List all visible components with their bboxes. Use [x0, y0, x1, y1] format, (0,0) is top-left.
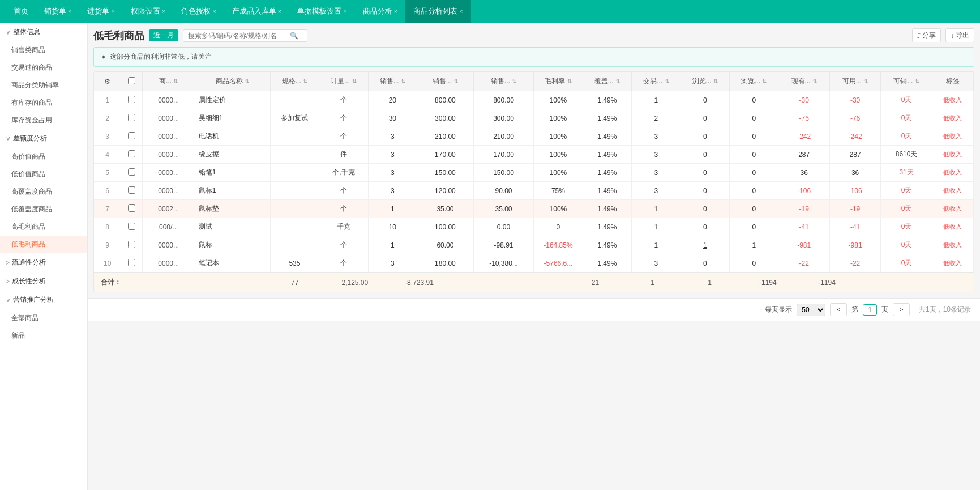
th-browse1[interactable]: 浏览... ⇅ — [681, 72, 729, 91]
row-checkbox[interactable] — [128, 96, 135, 103]
cell-check[interactable] — [121, 109, 142, 127]
sidebar-item-低价值商品[interactable]: 低价值商品 — [0, 165, 87, 183]
row-checkbox[interactable] — [128, 186, 135, 194]
top-navigation: 首页销货单 ×进货单 ×权限设置 ×角色授权 ×产成品入库单 ×单据模板设置 ×… — [0, 0, 980, 23]
nav-item-product-analysis[interactable]: 商品分析 × — [355, 0, 405, 23]
row-checkbox[interactable] — [128, 259, 135, 266]
cell-current: 36 — [778, 164, 829, 182]
nav-item-roles[interactable]: 角色授权 × — [173, 0, 224, 23]
nav-close-product-analysis[interactable]: × — [394, 8, 397, 15]
sidebar-item-交易过的商品[interactable]: 交易过的商品 — [0, 59, 87, 76]
nav-item-permissions[interactable]: 权限设置 × — [123, 0, 173, 23]
th-sales-profit[interactable]: 销售... ⇅ — [473, 72, 533, 91]
row-checkbox[interactable] — [128, 223, 135, 230]
nav-item-purchase[interactable]: 进货单 × — [79, 0, 122, 23]
cell-check[interactable] — [121, 254, 142, 272]
sidebar-item-低毛利商品[interactable]: 低毛利商品 — [0, 236, 87, 253]
nav-item-product-analysis-list[interactable]: 商品分析列表 × — [405, 0, 470, 23]
th-sales-qty[interactable]: 销售... ⇅ — [368, 72, 417, 91]
sidebar-group-流通性分析[interactable]: >流通性分析 — [0, 253, 87, 272]
cell-sales3: 170.00 — [473, 146, 533, 164]
th-trade[interactable]: 交易... ⇅ — [632, 72, 681, 91]
footer-current: -1194 — [748, 279, 787, 287]
nav-close-purchase[interactable]: × — [111, 8, 114, 15]
th-settings[interactable]: ⚙ — [94, 72, 121, 91]
th-browse2[interactable]: 浏览... ⇅ — [730, 72, 778, 91]
cell-check[interactable] — [121, 91, 142, 109]
th-name[interactable]: 商品名称 ⇅ — [195, 72, 270, 91]
nav-item-home[interactable]: 首页 — [6, 0, 36, 23]
th-code[interactable]: 商... ⇅ — [142, 72, 195, 91]
th-margin[interactable]: 毛利率 ⇅ — [534, 72, 583, 91]
th-available-stock[interactable]: 可用... ⇅ — [829, 72, 880, 91]
cell-current: -106 — [778, 182, 829, 200]
cell-sales3: -98.91 — [473, 236, 533, 254]
nav-close-product-in[interactable]: × — [278, 8, 281, 15]
nav-close-sales[interactable]: × — [68, 8, 71, 15]
sidebar-item-商品分类助销率[interactable]: 商品分类助销率 — [0, 76, 87, 94]
cell-sales2: 800.00 — [417, 91, 474, 109]
cell-sales1: 1 — [368, 236, 417, 254]
sidebar-group-营销推广分析[interactable]: ∨营销推广分析 — [0, 291, 87, 309]
export-button[interactable]: ↓ 导出 — [945, 28, 974, 42]
search-icon[interactable]: 🔍 — [290, 32, 298, 40]
sidebar-item-高价值商品[interactable]: 高价值商品 — [0, 148, 87, 165]
row-checkbox[interactable] — [128, 114, 135, 121]
cell-check[interactable] — [121, 146, 142, 164]
cell-check[interactable] — [121, 182, 142, 200]
sidebar-item-高毛利商品[interactable]: 高毛利商品 — [0, 218, 87, 236]
cell-name: 属性定价 — [195, 91, 270, 109]
sidebar-item-全部商品[interactable]: 全部商品 — [0, 309, 87, 327]
th-current-stock[interactable]: 现有... ⇅ — [778, 72, 829, 91]
table-row: 8 000/... 测试 千克 10 100.00 0.00 0 1.49% 1… — [94, 218, 974, 236]
sidebar-item-库存资金占用[interactable]: 库存资金占用 — [0, 112, 87, 129]
sidebar-group-整体信息[interactable]: ∨整体信息 — [0, 23, 87, 41]
page-header: 低毛利商品 近一月 🔍 ⤴ 分享 ↓ 导出 — [93, 28, 974, 42]
cell-check[interactable] — [121, 236, 142, 254]
row-checkbox[interactable] — [128, 150, 135, 157]
select-all-checkbox[interactable] — [128, 77, 135, 84]
sidebar-group-成长性分析[interactable]: >成长性分析 — [0, 272, 87, 291]
sidebar-item-销售类商品[interactable]: 销售类商品 — [0, 41, 87, 59]
share-button[interactable]: ⤴ 分享 — [912, 28, 941, 42]
time-badge[interactable]: 近一月 — [149, 29, 178, 41]
row-checkbox[interactable] — [128, 241, 135, 248]
nav-item-product-in[interactable]: 产成品入库单 × — [224, 0, 289, 23]
nav-item-sales[interactable]: 销货单 × — [36, 0, 79, 23]
cell-check[interactable] — [121, 218, 142, 236]
nav-close-template[interactable]: × — [343, 8, 346, 15]
nav-close-product-analysis-list[interactable]: × — [459, 8, 463, 15]
th-sellable-days[interactable]: 可销... ⇅ — [881, 72, 932, 91]
cell-num: 4 — [94, 146, 121, 164]
th-sales-amount[interactable]: 销售... ⇅ — [417, 72, 474, 91]
search-input[interactable] — [188, 32, 290, 40]
sidebar-arrow: ∨ — [6, 296, 11, 304]
cell-trade: 2 — [632, 109, 681, 127]
th-coverage[interactable]: 覆盖... ⇅ — [583, 72, 631, 91]
sidebar-item-低覆盖度商品[interactable]: 低覆盖度商品 — [0, 201, 87, 218]
row-checkbox[interactable] — [128, 132, 135, 139]
nav-close-permissions[interactable]: × — [162, 8, 165, 15]
cell-check[interactable] — [121, 127, 142, 146]
row-checkbox[interactable] — [128, 204, 135, 212]
cell-num: 5 — [94, 164, 121, 182]
prev-page-button[interactable]: ＜ — [830, 303, 847, 316]
per-page-select[interactable]: 50 20 100 — [797, 304, 825, 316]
sidebar-item-高覆盖度商品[interactable]: 高覆盖度商品 — [0, 183, 87, 201]
table-header-row: ⚙ 商... ⇅ 商品名称 ⇅ 规格... ⇅ 计量... ⇅ 销售... ⇅ … — [94, 72, 974, 91]
nav-close-roles[interactable]: × — [212, 8, 216, 15]
row-checkbox[interactable] — [128, 168, 135, 176]
th-spec[interactable]: 规格... ⇅ — [270, 72, 319, 91]
sidebar-group-差额度分析[interactable]: ∨差额度分析 — [0, 129, 87, 148]
nav-item-template[interactable]: 单据模板设置 × — [289, 0, 354, 23]
th-tag[interactable]: 标签 — [932, 72, 973, 91]
cell-check[interactable] — [121, 200, 142, 218]
th-check[interactable] — [121, 72, 142, 91]
sidebar-item-新品[interactable]: 新品 — [0, 327, 87, 344]
cell-browse1[interactable]: 1 — [681, 236, 729, 254]
next-page-button[interactable]: ＞ — [893, 303, 910, 316]
th-unit[interactable]: 计量... ⇅ — [319, 72, 368, 91]
sidebar-item-有库存的商品[interactable]: 有库存的商品 — [0, 94, 87, 112]
export-icon: ↓ — [951, 32, 954, 40]
cell-check[interactable] — [121, 164, 142, 182]
